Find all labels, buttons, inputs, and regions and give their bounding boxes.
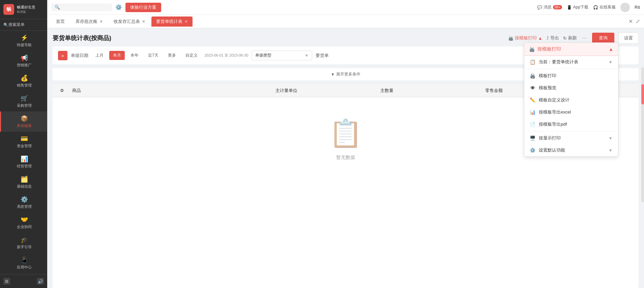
tab-close-order-stats[interactable]: ✕ — [184, 19, 188, 24]
date-btn-this-month[interactable]: 本月 — [109, 51, 125, 60]
dropdown-export-pdf[interactable]: 📄 按模板导出pdf — [524, 118, 618, 130]
scrollbar-thumb[interactable] — [641, 84, 644, 104]
sidebar-item-inventory[interactable]: 📦库存核算 — [0, 111, 47, 132]
date-btn-custom[interactable]: 自定义 — [182, 51, 201, 60]
template-current-icon: 📋 — [530, 59, 535, 65]
edit-icon: ✏️ — [530, 97, 535, 103]
message-action[interactable]: 💬 消息 99+ — [537, 4, 562, 10]
topbar: 🔍 ⚙️ 体验行业方案 💬 消息 99+ 📱 App下载 🎧 在线客服 Rit — [47, 0, 644, 15]
app-download-action[interactable]: 📱 App下载 — [567, 4, 588, 10]
basic-icon: 🗂️ — [21, 175, 28, 183]
topbar-actions: 💬 消息 99+ 📱 App下载 🎧 在线客服 Rit — [537, 3, 640, 12]
template-print-button[interactable]: 🖨️ 按模板打印 ▲ — [508, 35, 543, 41]
date-btn-7days[interactable]: 近7天 — [144, 51, 162, 60]
dropdown-template-custom[interactable]: ✏️ 模板自定义设计 — [524, 94, 618, 106]
template-print-dropdown: 🖨️ 按模板打印 ▲ 📋 当前：要货单统计表 ▼ — [524, 42, 618, 157]
trial-plan-button[interactable]: 体验行业方案 — [125, 3, 161, 12]
scroll-down-btn[interactable]: 🔊 — [37, 278, 44, 285]
sidebar-item-operation[interactable]: 📊经营管理 — [0, 152, 47, 172]
sales-icon: 💰 — [21, 74, 28, 82]
sidebar-item-appstore[interactable]: 📱应用中心 — [0, 253, 47, 273]
chevron-up-icon: ▲ — [538, 36, 543, 41]
marketing-icon: 📢 — [21, 54, 28, 62]
display-print-arrow: ▼ — [608, 136, 613, 141]
search-icon: 🔍 — [3, 23, 8, 27]
dropdown-template-print[interactable]: 🖨️ 模板打印 — [524, 70, 618, 82]
scroll-up-btn[interactable]: ⚙ — [3, 278, 10, 285]
page-scrollbar[interactable] — [641, 67, 644, 202]
newbie-icon: 🎓 — [21, 236, 28, 244]
dropdown-display-print[interactable]: 🖥️ 按显示打印 ▼ — [524, 132, 618, 144]
topbar-search-box[interactable]: 🔍 — [51, 3, 112, 11]
shortcut-icon: ⚡ — [21, 34, 28, 41]
inventory-icon: 📦 — [21, 115, 28, 122]
online-service-action[interactable]: 🎧 在线客服 — [593, 4, 616, 10]
export-icon: ⤴ — [547, 36, 549, 41]
settings-button[interactable]: 设置 — [618, 32, 639, 44]
export-button[interactable]: ⤴ 导出 — [547, 35, 559, 41]
dropdown-print-icon: 🖨️ — [529, 46, 535, 52]
app-logo-icon: 畅 — [3, 4, 14, 15]
sidebar-item-basic[interactable]: 🗂️基础信息 — [0, 172, 47, 192]
dropdown-export-excel[interactable]: 📊 按模板导出excel — [524, 106, 618, 118]
col-unit: 主计量单位 — [272, 88, 377, 94]
tab-batch-account[interactable]: 库存批次账✕ — [71, 17, 108, 27]
expand-more-button[interactable]: ▼ 展开更多条件 — [325, 70, 366, 78]
sidebar-item-sales[interactable]: 💰销售管理 — [0, 71, 47, 91]
finance-icon: 💳 — [21, 135, 28, 142]
query-button[interactable]: 查询 — [592, 33, 614, 43]
topbar-search-input[interactable] — [62, 5, 103, 10]
sidebar-item-purchase[interactable]: 🛒采购管理 — [0, 91, 47, 111]
date-btn-this-year[interactable]: 本年 — [127, 51, 142, 60]
tab-home[interactable]: 首页 — [51, 17, 69, 27]
chevron-down-icon: ▼ — [331, 72, 335, 77]
order-type-select[interactable]: 单据类型 ▼ — [252, 51, 312, 60]
message-badge: 99+ — [553, 5, 562, 9]
sidebar-item-collab[interactable]: 🤝企业协同 — [0, 213, 47, 233]
topbar-settings-icon[interactable]: ⚙️ — [115, 4, 122, 10]
set-default-arrow: ▼ — [608, 148, 613, 153]
preview-icon: 👁️ — [530, 85, 535, 91]
date-btn-last-month[interactable]: 上月 — [92, 51, 107, 60]
sidebar-item-shortcut[interactable]: ⚡快捷导航 — [0, 31, 47, 51]
system-icon: ⚙️ — [21, 196, 28, 203]
dropdown-current-template[interactable]: 📋 当前：要货单统计表 ▼ — [524, 56, 618, 68]
set-default-icon: ⚙️ — [530, 148, 535, 153]
collab-icon: 🤝 — [21, 216, 28, 223]
dropdown-template-preview[interactable]: 👁️ 模板预览 — [524, 82, 618, 94]
sidebar-item-system[interactable]: ⚙️系统管理 — [0, 192, 47, 213]
message-icon: 💬 — [537, 5, 542, 10]
window-close-btn[interactable]: ✕ — [628, 18, 633, 25]
sidebar-logo: 畅 畅通好生意 标准版 — [0, 0, 47, 19]
tab-receivable-summary[interactable]: 收发存汇总表✕ — [109, 17, 150, 27]
refresh-button[interactable]: ↻ 刷新 — [563, 35, 577, 41]
dropdown-collapse-icon[interactable]: ▲ — [609, 46, 613, 52]
display-print-icon: 🖥️ — [530, 135, 535, 141]
date-btn-more[interactable]: 更多 — [164, 51, 180, 60]
operation-icon: 📊 — [21, 155, 28, 163]
col-product: 商品 — [69, 88, 272, 94]
dropdown-set-default[interactable]: ⚙️ 设置默认功能 ▼ — [524, 144, 618, 156]
sidebar-item-marketing[interactable]: 📢营销推广 — [0, 51, 47, 71]
sidebar-item-newbie[interactable]: 🎓新手引导 — [0, 233, 47, 253]
more-actions-button[interactable]: ··· — [581, 34, 588, 42]
sidebar-item-finance[interactable]: 💳资金管理 — [0, 132, 47, 152]
sidebar: 畅 畅通好生意 标准版 🔍 搜索菜单 ⚡快捷导航📢营销推广💰销售管理🛒采购管理📦… — [0, 0, 47, 288]
sidebar-footer: ⚙ 🔊 — [0, 274, 47, 288]
filter-expand-button[interactable]: » — [58, 51, 67, 60]
appstore-icon: 📱 — [21, 256, 28, 264]
user-avatar[interactable] — [620, 3, 630, 12]
tab-order-stats[interactable]: 要货单统计表✕ — [151, 17, 193, 27]
excel-icon: 📊 — [530, 109, 535, 115]
col-settings[interactable]: ⚙ — [55, 88, 69, 93]
sidebar-search[interactable]: 🔍 搜索菜单 — [0, 19, 47, 31]
tabbar: 首页库存批次账✕收发存汇总表✕要货单统计表✕ ✕ ⤢ — [47, 15, 644, 28]
page-content: 要货单统计表(按商品) 🖨️ 按模板打印 ▲ ⤴ 导出 ↻ 刷新 — [47, 28, 644, 288]
page-actions: 🖨️ 按模板打印 ▲ ⤴ 导出 ↻ 刷新 🖨️ — [508, 32, 639, 44]
window-maximize-btn[interactable]: ⤢ — [636, 18, 640, 25]
tab-close-batch-account[interactable]: ✕ — [99, 19, 103, 24]
col-quantity: 主数量 — [377, 88, 482, 94]
date-filter-group: 上月 本月 本年 近7天 更多 自定义 2023-06-01 至 2023-06… — [92, 51, 248, 60]
tab-close-receivable-summary[interactable]: ✕ — [142, 19, 145, 24]
page-header: 要货单统计表(按商品) 🖨️ 按模板打印 ▲ ⤴ 导出 ↻ 刷新 — [47, 28, 644, 46]
